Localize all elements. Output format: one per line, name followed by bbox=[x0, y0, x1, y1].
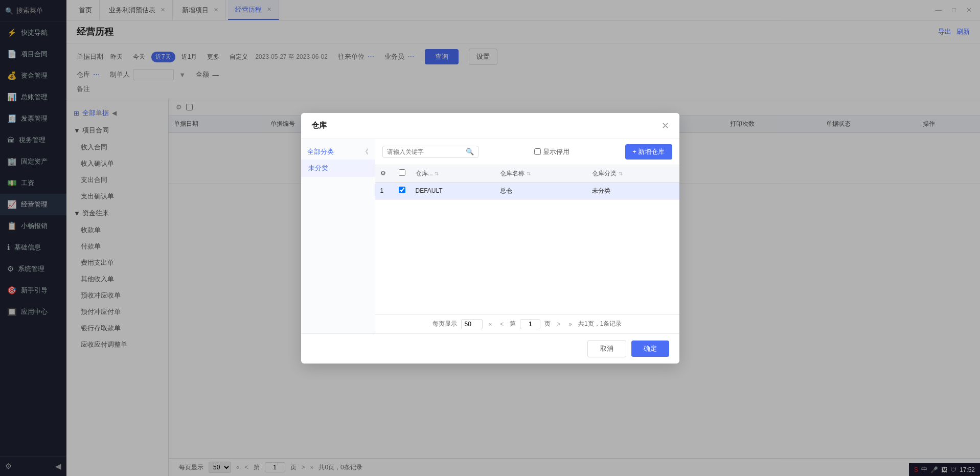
modal-table-body: 1 DEFAULT 总仓 未分类 bbox=[375, 182, 679, 199]
modal-pagination: 每页显示 50 « < 第 页 > » 共1页，1条记录 bbox=[375, 314, 679, 333]
cancel-button[interactable]: 取消 bbox=[587, 340, 626, 357]
show-disabled-filter: 显示停用 bbox=[534, 147, 569, 156]
modal-table-container: ⚙ 仓库... ⇅ 仓库名称 ⇅ 仓库分类 ⇅ 1 DEFAULT 总仓 未分类 bbox=[375, 165, 679, 314]
modal-all-label[interactable]: 全部分类 bbox=[307, 147, 334, 156]
modal-total-label: 共1页，1条记录 bbox=[578, 320, 622, 328]
row-name-0: 总仓 bbox=[495, 182, 587, 199]
confirm-button[interactable]: 确定 bbox=[631, 341, 669, 357]
modal-right-panel: 🔍 显示停用 + 新增仓库 ⚙ 仓库... ⇅ bbox=[375, 139, 679, 333]
modal-toolbar: 🔍 显示停用 + 新增仓库 bbox=[375, 139, 679, 165]
row-code-0: DEFAULT bbox=[411, 182, 495, 199]
col-settings[interactable]: ⚙ bbox=[375, 165, 394, 183]
row-category-0: 未分类 bbox=[587, 182, 679, 199]
modal-table: ⚙ 仓库... ⇅ 仓库名称 ⇅ 仓库分类 ⇅ 1 DEFAULT 总仓 未分类 bbox=[375, 165, 679, 200]
col-category: 仓库分类 ⇅ bbox=[587, 165, 679, 183]
show-disabled-checkbox[interactable] bbox=[534, 148, 541, 155]
modal-left-items: 未分类 bbox=[301, 160, 375, 177]
add-warehouse-button[interactable]: + 新增仓库 bbox=[625, 144, 672, 160]
modal-left-header: 全部分类 《 bbox=[301, 144, 375, 160]
col-name: 仓库名称 ⇅ bbox=[495, 165, 587, 183]
warehouse-modal: 仓库 ✕ 全部分类 《 未分类 🔍 bbox=[301, 113, 679, 364]
row-checkbox-0[interactable] bbox=[394, 182, 411, 199]
modal-overlay: 仓库 ✕ 全部分类 《 未分类 🔍 bbox=[0, 0, 980, 476]
modal-left-panel: 全部分类 《 未分类 bbox=[301, 139, 375, 333]
modal-page-input[interactable] bbox=[520, 319, 540, 329]
modal-first-page[interactable]: « bbox=[487, 320, 494, 329]
modal-table-header: ⚙ 仓库... ⇅ 仓库名称 ⇅ 仓库分类 ⇅ bbox=[375, 165, 679, 183]
modal-last-page[interactable]: » bbox=[566, 320, 574, 329]
row-id-0: 1 bbox=[375, 182, 394, 199]
modal-per-page-select[interactable]: 50 bbox=[461, 319, 483, 329]
modal-select-all[interactable] bbox=[399, 169, 405, 176]
modal-header: 仓库 ✕ bbox=[301, 113, 679, 139]
modal-prev-page[interactable]: < bbox=[498, 320, 506, 329]
col-checkbox[interactable] bbox=[394, 165, 411, 183]
show-disabled-label: 显示停用 bbox=[543, 147, 569, 156]
modal-table-row-0[interactable]: 1 DEFAULT 总仓 未分类 bbox=[375, 182, 679, 199]
modal-body: 全部分类 《 未分类 🔍 显示停用 + 新增仓库 bbox=[301, 139, 679, 333]
col-code: 仓库... ⇅ bbox=[411, 165, 495, 183]
modal-action-footer: 取消 确定 bbox=[301, 333, 679, 364]
modal-search-input[interactable] bbox=[387, 146, 464, 157]
modal-left-item-0[interactable]: 未分类 bbox=[301, 160, 375, 177]
modal-next-page[interactable]: > bbox=[555, 320, 562, 329]
modal-page-prefix: 第 bbox=[510, 320, 516, 328]
modal-page-label: 页 bbox=[544, 320, 551, 328]
modal-search-box: 🔍 bbox=[382, 146, 478, 158]
modal-per-page-label: 每页显示 bbox=[432, 320, 457, 328]
modal-title: 仓库 bbox=[311, 121, 327, 130]
modal-close-button[interactable]: ✕ bbox=[662, 120, 669, 131]
modal-left-toggle[interactable]: 《 bbox=[362, 147, 369, 156]
modal-search-icon[interactable]: 🔍 bbox=[466, 148, 474, 155]
